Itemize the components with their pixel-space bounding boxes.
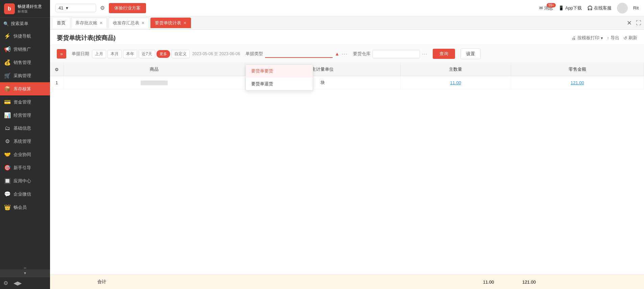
topbar-app-download[interactable]: 📱 App下载 [558,5,582,11]
xinshou-icon: 🎯 [4,164,11,171]
cell-qty[interactable]: 11.00 [400,76,511,89]
date-btn-this-year[interactable]: 本年 [123,50,137,58]
sidebar-item-yingyong[interactable]: 🔲 应用中心 [0,174,50,187]
tab-home[interactable]: 首页 [53,18,70,28]
sidebar-item-kucun[interactable]: 📦 库存核算 [0,82,50,95]
print-chevron-icon: ▾ [601,36,603,41]
sidebar-item-label: 企业微信 [14,191,31,197]
jichu-icon: 🗂 [4,125,11,131]
filter-bar: » 单据日期 上月 本月 本年 近7天 更多 自定义 2023-05-06 至 … [50,45,644,63]
sidebar-item-yingxiao[interactable]: 📢 营销推广 [0,43,50,56]
sidebar-item-xiaoshou[interactable]: 💰 销售管理 [0,56,50,69]
sidebar-menu: ⚡ 快捷导航 📢 营销推广 💰 销售管理 🛒 采购管理 📦 库存核算 💳 资金管… [0,29,50,267]
chevron-down-icon: ▾ [66,5,68,10]
date-btn-this-month[interactable]: 本月 [108,50,122,58]
tab-shoufacun[interactable]: 收发存汇总表 ✕ [109,18,149,28]
warehouse-filter-input[interactable] [373,50,420,58]
topbar-customer-service[interactable]: 🎧 在线客服 [587,5,612,11]
sidebar-item-qiye[interactable]: 🤝 企业协同 [0,148,50,161]
tab-more-button[interactable]: ✕ [627,19,632,27]
cell-product [64,76,245,89]
filter-expand-button[interactable]: » [57,49,66,59]
user-avatar [617,3,628,14]
sidebar-item-label: 库存核算 [14,86,31,92]
tab-label: 收发存汇总表 [113,20,139,26]
tab-close-icon[interactable]: ✕ [99,21,103,25]
print-button[interactable]: 🖨 按模板打印 ▾ [572,35,603,41]
type-filter-more[interactable]: ⋯ [341,50,348,58]
sidebar-item-qiyeweixin[interactable]: 💬 企业微信 [0,187,50,201]
settings-icon[interactable]: ⚙ [3,280,8,286]
yingxiao-icon: 📢 [4,46,11,52]
dropdown-item-yaohuo[interactable]: 要货单要货 [246,65,313,77]
topbar-gear-icon[interactable]: ⚙ [100,5,105,11]
fullscreen-button[interactable]: ⛶ [636,20,641,26]
xiaoshou-icon: 💰 [4,59,11,66]
date-btn-7days[interactable]: 近7天 [139,50,155,58]
tab-close-icon[interactable]: ✕ [183,21,187,25]
sidebar-search[interactable]: 🔍 搜索菜单 [0,18,50,29]
tabs-bar: 首页 库存批次账 ✕ 收发存汇总表 ✕ 要货单统计表 ✕ ✕ ⛶ [50,16,644,30]
print-icon: 🖨 [572,36,576,41]
sidebar-item-label: 新手引导 [14,165,31,171]
export-button[interactable]: ↑ 导出 [607,35,620,41]
sidebar-item-label: 企业协同 [14,152,31,158]
message-icon: ✉ [539,5,543,10]
sidebar-item-label: 经营管理 [14,112,31,118]
amount-link[interactable]: 121.00 [571,80,584,85]
cell-seq: 1 [50,76,64,89]
sidebar-item-xitong[interactable]: ⚙ 系统管理 [0,135,50,148]
refresh-label: 刷新 [628,35,637,41]
date-filter-label: 单据日期 [72,51,89,57]
tab-close-icon[interactable]: ✕ [141,21,145,25]
sidebar-item-kuaijie[interactable]: ⚡ 快捷导航 [0,29,50,43]
app-logo-icon: b [4,3,15,14]
weixin-icon: 💬 [4,191,11,197]
sidebar-logo: b 畅捷通好生意 标准版 [0,0,50,18]
qty-link[interactable]: 11.00 [450,80,461,85]
settings-button[interactable]: 设置 [460,48,481,59]
sidebar-item-jingying[interactable]: 📊 经营管理 [0,109,50,122]
sidebar-item-caigou[interactable]: 🛒 采购管理 [0,69,50,82]
tab-kucun-pizhang[interactable]: 库存批次账 ✕ [71,18,107,28]
footer-label: 合计 [97,279,106,285]
app-label: App下载 [565,5,582,11]
dropdown-item-tuihuo[interactable]: 要货单退货 [246,77,313,90]
page-content: 要货单统计表(按商品) 🖨 按模板打印 ▾ ↑ 导出 ↺ 刷新 » [50,30,644,289]
sidebar-search-label: 搜索菜单 [11,21,28,27]
sidebar-item-huiyuan[interactable]: 👑 畅会员 [0,201,50,214]
service-label: 在线客服 [594,5,612,11]
page-title: 要货单统计表(按商品) [57,34,116,42]
collapse-icon[interactable]: ◀▶ [14,280,22,286]
date-filter-group: 单据日期 上月 本月 本年 近7天 更多 自定义 2023-05-06 至 20… [72,50,240,58]
trial-button[interactable]: 体验行业方案 [109,3,146,13]
date-btn-last-month[interactable]: 上月 [92,50,106,58]
branch-selector[interactable]: 41 ▾ [55,4,96,12]
export-icon: ↑ [607,36,610,41]
page-header-actions: 🖨 按模板打印 ▾ ↑ 导出 ↺ 刷新 [572,35,638,41]
tab-yaohuo[interactable]: 要货单统计表 ✕ [150,18,191,28]
query-button[interactable]: 查询 [433,49,455,59]
warehouse-more-icon[interactable]: ⋯ [422,51,427,57]
date-btn-more[interactable]: 更多 [157,50,170,58]
column-settings-icon[interactable]: ⚙ [55,67,59,72]
col-amount: 零售金额 [511,63,644,76]
type-filter-input[interactable] [265,50,333,58]
headset-icon: 🎧 [587,5,593,10]
kucun-icon: 📦 [4,86,11,92]
sidebar-scroll-down[interactable]: ▾ [0,269,50,277]
topbar-messages[interactable]: ✉ 消息 99+ [539,5,553,11]
yingyong-icon: 🔲 [4,178,11,184]
sidebar-item-label: 采购管理 [14,73,31,79]
jingying-icon: 📊 [4,112,11,118]
refresh-button[interactable]: ↺ 刷新 [623,35,637,41]
sidebar-item-xinshou[interactable]: 🎯 新手引导 [0,161,50,174]
cell-amount[interactable]: 121.00 [511,76,644,89]
sidebar-item-zijin[interactable]: 💳 资金管理 [0,95,50,109]
caigou-icon: 🛒 [4,72,11,79]
type-filter-arrow[interactable]: ▲ [335,51,339,57]
col-settings[interactable]: ⚙ [50,63,64,76]
date-btn-custom[interactable]: 自定义 [171,50,190,58]
phone-icon: 📱 [558,5,564,10]
sidebar-item-jichu[interactable]: 🗂 基础信息 [0,122,50,135]
